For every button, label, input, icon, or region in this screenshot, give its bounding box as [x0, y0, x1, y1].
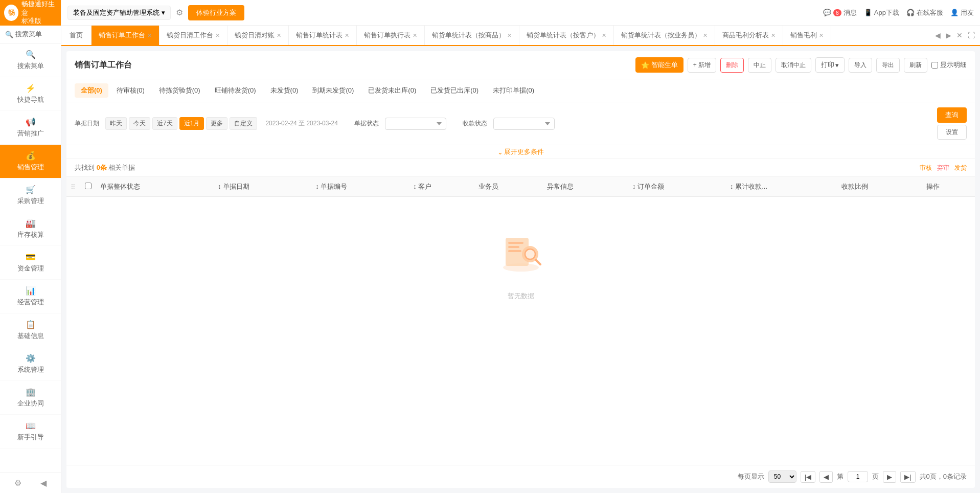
add-button[interactable]: + 新增 — [688, 58, 716, 73]
sidebar-item-system[interactable]: ⚙️系统管理 — [0, 347, 61, 381]
expand-filter-button[interactable]: ⌄ 展开更多条件 — [497, 147, 544, 156]
topbar-settings-icon[interactable]: ⚙ — [176, 8, 183, 17]
sidebar-item-operations[interactable]: 📊经营管理 — [0, 280, 61, 313]
tab-sales-workbench[interactable]: 销售订单工作台✕ — [92, 26, 159, 45]
subtab-shipped-not-out[interactable]: 已发货未出库(0) — [362, 83, 422, 98]
tab-sales-exec[interactable]: 销售订单执行表✕ — [357, 26, 425, 45]
smart-gen-button[interactable]: ⭐ 智能生单 — [635, 57, 683, 73]
app-download-button[interactable]: 📱 App下载 — [864, 8, 899, 17]
th-actions: 操作 — [922, 177, 975, 197]
page-last-btn[interactable]: ▶| — [900, 471, 915, 483]
sidebar-item-finance[interactable]: 💳资金管理 — [0, 246, 61, 280]
page-input[interactable] — [848, 471, 868, 482]
sidebar-item-guide[interactable]: 📖新手引导 — [0, 415, 61, 449]
page-first-btn[interactable]: |◀ — [801, 471, 815, 483]
sidebar-item-marketing[interactable]: 📢营销推广 — [0, 111, 61, 145]
page-prev-btn[interactable]: ◀ — [819, 471, 833, 483]
cancel-stop-button[interactable]: 取消中止 — [776, 58, 811, 73]
total-records-text: 共0页，0条记录 — [920, 472, 967, 481]
sidebar-item-quicknav[interactable]: ⚡快捷导航 — [0, 77, 61, 111]
page-next-btn[interactable]: ▶ — [883, 471, 896, 483]
tab-sales-revenue[interactable]: 销售毛利✕ — [783, 26, 831, 45]
sidebar-item-search[interactable]: 🔍搜索菜单 — [0, 43, 61, 77]
sidebar-menu: 🔍搜索菜单⚡快捷导航📢营销推广💰销售管理🛒采购管理🏭库存核算💳资金管理📊经营管理… — [0, 43, 61, 449]
unreview-action[interactable]: 弃审 — [937, 164, 949, 172]
messages-button[interactable]: 💬 6 消息 — [823, 8, 857, 17]
tab-nav-next[interactable]: ▶ — [944, 30, 953, 40]
date-btn-last1m[interactable]: 近1月 — [179, 117, 204, 130]
status-filter-select — [385, 118, 446, 130]
subtab-shipped-out[interactable]: 已发货已出库(0) — [424, 83, 485, 98]
tab-close-cash-reconcile[interactable]: ✕ — [277, 32, 281, 39]
sidebar-bottom: ⚙ ◀ — [0, 473, 61, 493]
date-btn-custom[interactable]: 自定义 — [230, 117, 257, 130]
online-service-button[interactable]: 🎧 在线客服 — [906, 8, 943, 17]
tab-maximize[interactable]: ⛶ — [966, 30, 977, 40]
status-select[interactable] — [385, 118, 446, 130]
tab-nav-prev[interactable]: ◀ — [933, 30, 943, 40]
review-action[interactable]: 审核 — [920, 164, 932, 172]
subtab-overdue-unshipped[interactable]: 到期未发货(0) — [306, 83, 360, 98]
sidebar-item-inventory[interactable]: 🏭库存核算 — [0, 212, 61, 246]
collapse-icon[interactable]: ◀ — [40, 478, 47, 488]
content-area: 销售订单工作台 ⭐ 智能生单 + 新增 删除 中止 取消中止 打印 ▾ 导入 导… — [61, 46, 980, 493]
tab-margin-analysis[interactable]: 商品毛利分析表✕ — [715, 26, 783, 45]
tab-cash-reconcile[interactable]: 钱货日清对账✕ — [227, 26, 289, 45]
print-button[interactable]: 打印 ▾ — [815, 57, 845, 73]
query-button[interactable]: 查询 — [937, 107, 967, 123]
tab-close-sales-workbench[interactable]: ✕ — [147, 32, 152, 39]
date-btn-more[interactable]: 更多 — [206, 117, 227, 130]
tab-sales-summary-staff[interactable]: 销货单统计表（按业务员）✕ — [614, 26, 715, 45]
tab-sales-summary-customer[interactable]: 销货单统计表（按客户）✕ — [519, 26, 614, 45]
tab-close-sales-revenue[interactable]: ✕ — [819, 32, 824, 39]
tab-home[interactable]: 首页 — [61, 26, 92, 45]
subtab-pending-review[interactable]: 待审核(0) — [110, 83, 151, 98]
tab-sales-summary-product[interactable]: 销货单统计表（按商品）✕ — [425, 26, 519, 45]
sidebar-item-base[interactable]: 📋基础信息 — [0, 313, 61, 347]
th-doc-no: ↕ 单据编号 — [311, 177, 409, 197]
export-button[interactable]: 导出 — [876, 58, 900, 73]
subtab-all[interactable]: 全部(0) — [75, 83, 108, 98]
date-btn-today[interactable]: 今天 — [129, 117, 150, 130]
detail-checkbox-input[interactable] — [931, 62, 938, 69]
import-button[interactable]: 导入 — [849, 58, 872, 73]
cta-button[interactable]: 体验行业方案 — [188, 5, 244, 20]
message-icon: 💬 — [823, 9, 831, 16]
stop-button[interactable]: 中止 — [748, 58, 771, 73]
tab-close-sales-summary-staff[interactable]: ✕ — [703, 32, 708, 39]
per-page-select[interactable]: 50 10 20 100 — [768, 470, 796, 483]
empty-state: 暂无数据 — [66, 197, 975, 331]
drag-col-header: ⠿ — [66, 177, 80, 197]
sidebar-item-sales[interactable]: 💰销售管理 — [0, 145, 61, 178]
tab-close-sales-stats[interactable]: ✕ — [345, 32, 349, 39]
show-detail-checkbox[interactable]: 显示明细 — [931, 60, 967, 70]
tab-close-sales-summary-product[interactable]: ✕ — [507, 32, 512, 39]
filter-settings-button[interactable]: 设置 — [937, 125, 967, 140]
tab-close-cash-daily[interactable]: ✕ — [215, 32, 220, 39]
system-dropdown[interactable]: 装备及固定资产辅助管理系统 ▾ — [67, 6, 171, 20]
refresh-button[interactable]: 刷新 — [904, 58, 927, 73]
subtab-unshipped[interactable]: 未发货(0) — [264, 83, 305, 98]
tab-close-sales-summary-customer[interactable]: ✕ — [602, 32, 606, 39]
subtab-unprinted[interactable]: 未打印单据(0) — [487, 83, 540, 98]
page-title: 销售订单工作台 — [75, 60, 631, 71]
subtab-wangpu-pending[interactable]: 旺铺待发货(0) — [209, 83, 262, 98]
date-btn-last7[interactable]: 近7天 — [152, 117, 177, 130]
tab-close-margin-analysis[interactable]: ✕ — [771, 32, 776, 39]
delete-button[interactable]: 删除 — [720, 58, 744, 73]
tab-close-all[interactable]: ✕ — [954, 30, 965, 40]
tab-cash-daily[interactable]: 钱货日清工作台✕ — [159, 26, 227, 45]
user-menu-button[interactable]: 👤 用友 — [950, 8, 974, 17]
sidebar-search[interactable]: 🔍 搜索菜单 — [0, 26, 61, 43]
tab-sales-stats[interactable]: 销售订单统计表✕ — [289, 26, 357, 45]
tab-close-sales-exec[interactable]: ✕ — [413, 32, 417, 39]
ship-action[interactable]: 发货 — [954, 164, 967, 172]
select-all-checkbox[interactable] — [85, 183, 92, 189]
sidebar-item-purchase[interactable]: 🛒采购管理 — [0, 178, 61, 212]
subtab-pending-inspection[interactable]: 待拣货验货(0) — [153, 83, 207, 98]
sidebar-item-enterprise[interactable]: 🏢企业协同 — [0, 381, 61, 415]
settings-bottom-icon[interactable]: ⚙ — [14, 478, 21, 488]
guide-icon: 📖 — [26, 421, 36, 431]
payment-select[interactable] — [493, 118, 555, 130]
date-btn-yesterday[interactable]: 昨天 — [105, 117, 127, 130]
